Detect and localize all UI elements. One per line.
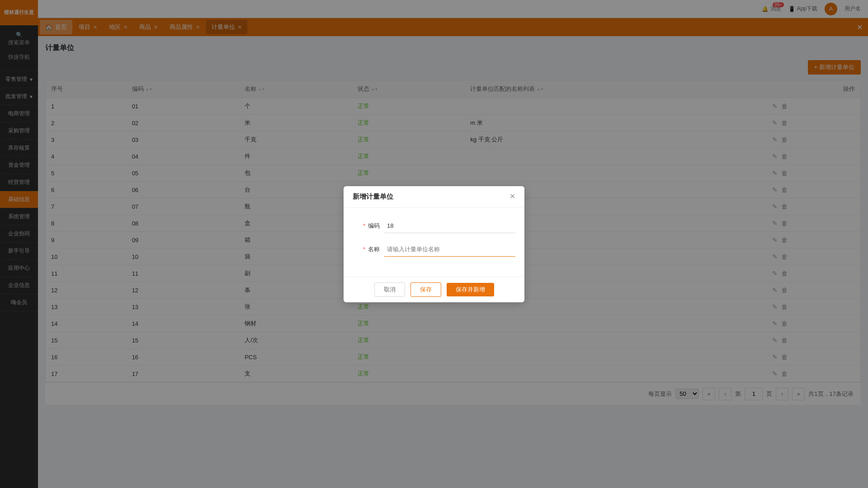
code-label-text: 编码 [368,222,380,229]
modal-title: 新增计量单位 [353,192,393,201]
required-mark: * [363,222,365,229]
modal-header: 新增计量单位 ✕ [344,186,524,208]
add-unit-modal: 新增计量单位 ✕ * 编码 * 名称 取消 保存 保存并新增 [344,186,524,302]
code-input[interactable] [384,219,515,233]
modal-close-button[interactable]: ✕ [509,193,515,200]
modal-body: * 编码 * 名称 [344,208,524,277]
name-label: * 名称 [353,245,380,253]
name-input[interactable] [384,242,515,257]
name-label-text: 名称 [368,246,380,253]
form-row-name: * 名称 [353,242,515,257]
code-label: * 编码 [353,222,380,230]
modal-overlay: 新增计量单位 ✕ * 编码 * 名称 取消 保存 保存并新增 [0,0,868,488]
save-button[interactable]: 保存 [410,282,441,297]
save-and-new-button[interactable]: 保存并新增 [447,283,494,296]
required-mark-name: * [363,246,365,253]
modal-footer: 取消 保存 保存并新增 [344,277,524,302]
form-row-code: * 编码 [353,219,515,233]
cancel-button[interactable]: 取消 [374,282,405,297]
